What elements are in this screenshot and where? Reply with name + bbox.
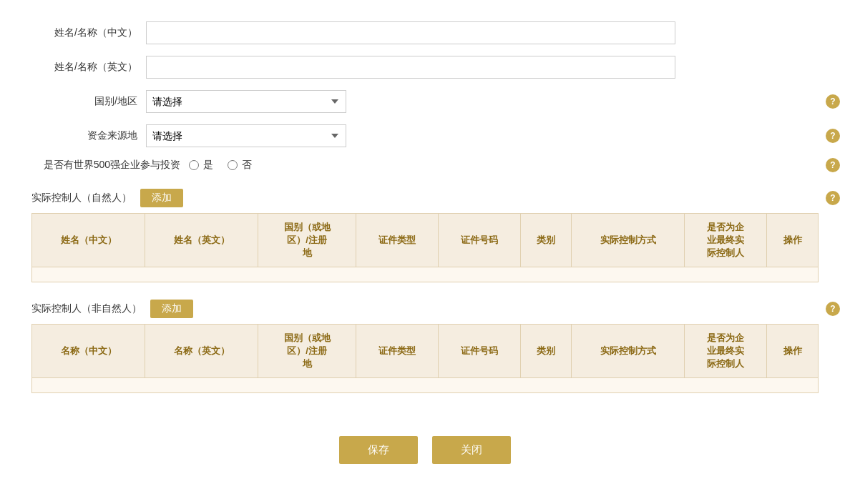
name-en-row: 姓名/名称（英文）: [31, 56, 819, 79]
non-natural-col-country: 国别（或地区）/注册地: [258, 325, 356, 378]
fortune500-yes-radio[interactable]: [189, 160, 199, 170]
fortune500-no-radio[interactable]: [228, 160, 238, 170]
natural-col-cert-type: 证件类型: [356, 214, 438, 267]
fund-source-help-icon[interactable]: ?: [826, 129, 840, 143]
natural-table-header-row: 姓名（中文） 姓名（英文） 国别（或地区）/注册地 证件类型 证件号码 类别 实…: [32, 214, 819, 267]
non-natural-person-table: 名称（中文） 名称（英文） 国别（或地区）/注册地 证件类型 证件号码 类别 实…: [31, 324, 819, 393]
natural-person-table: 姓名（中文） 姓名（英文） 国别（或地区）/注册地 证件类型 证件号码 类别 实…: [31, 213, 819, 282]
non-natural-section-header: 实际控制人（非自然人） 添加 ?: [31, 300, 819, 324]
fund-source-row: 资金来源地 请选择 ?: [31, 124, 819, 147]
fund-source-label: 资金来源地: [31, 129, 146, 142]
save-button[interactable]: 保存: [339, 436, 418, 464]
natural-section-header: 实际控制人（自然人） 添加 ?: [31, 189, 819, 213]
natural-col-is-ultimate: 是否为企业最终实际控制人: [685, 214, 767, 267]
fortune500-label: 是否有世界500强企业参与投资: [31, 159, 189, 172]
country-row: 国别/地区 请选择 ?: [31, 90, 819, 113]
name-en-label: 姓名/名称（英文）: [31, 61, 146, 74]
country-help-icon[interactable]: ?: [826, 94, 840, 109]
non-natural-col-is-ultimate: 是否为企业最终实际控制人: [685, 325, 767, 378]
natural-col-name-en: 姓名（英文）: [145, 214, 258, 267]
country-select[interactable]: 请选择: [146, 90, 346, 113]
non-natural-col-cert-no: 证件号码: [438, 325, 520, 378]
fund-source-select[interactable]: 请选择: [146, 124, 346, 147]
name-cn-row: 姓名/名称（中文）: [31, 21, 819, 44]
non-natural-col-category: 类别: [520, 325, 572, 378]
country-label: 国别/地区: [31, 95, 146, 108]
fortune500-no-option[interactable]: 否: [228, 159, 252, 172]
natural-col-operation: 操作: [767, 214, 819, 267]
natural-section-title: 实际控制人（自然人）: [31, 192, 132, 204]
name-en-input[interactable]: [146, 56, 675, 79]
natural-col-cert-no: 证件号码: [438, 214, 520, 267]
fortune500-radio-group: 是 否: [189, 159, 252, 172]
natural-col-country: 国别（或地区）/注册地: [258, 214, 356, 267]
natural-add-button[interactable]: 添加: [140, 189, 183, 207]
fortune500-row: 是否有世界500强企业参与投资 是 否 ?: [31, 159, 819, 172]
name-cn-input[interactable]: [146, 21, 675, 44]
natural-col-name-cn: 姓名（中文）: [32, 214, 145, 267]
non-natural-empty-row: [32, 378, 819, 393]
non-natural-section-title: 实际控制人（非自然人）: [31, 302, 142, 315]
non-natural-help-icon[interactable]: ?: [826, 302, 840, 316]
non-natural-col-operation: 操作: [767, 325, 819, 378]
natural-help-icon[interactable]: ?: [826, 191, 840, 205]
fortune500-yes-label: 是: [203, 159, 213, 172]
non-natural-table-header-row: 名称（中文） 名称（英文） 国别（或地区）/注册地 证件类型 证件号码 类别 实…: [32, 325, 819, 378]
natural-col-category: 类别: [520, 214, 572, 267]
non-natural-col-name-en: 名称（英文）: [145, 325, 258, 378]
close-button[interactable]: 关闭: [432, 436, 511, 464]
non-natural-col-name-cn: 名称（中文）: [32, 325, 145, 378]
fortune500-no-label: 否: [242, 159, 252, 172]
non-natural-col-cert-type: 证件类型: [356, 325, 438, 378]
non-natural-add-button[interactable]: 添加: [150, 300, 193, 318]
natural-col-control-method: 实际控制方式: [572, 214, 685, 267]
natural-empty-row: [32, 267, 819, 282]
fortune500-yes-option[interactable]: 是: [189, 159, 213, 172]
name-cn-label: 姓名/名称（中文）: [31, 26, 146, 39]
non-natural-col-control-method: 实际控制方式: [572, 325, 685, 378]
fortune500-help-icon[interactable]: ?: [826, 158, 840, 172]
footer-buttons: 保存 关闭: [31, 422, 819, 464]
